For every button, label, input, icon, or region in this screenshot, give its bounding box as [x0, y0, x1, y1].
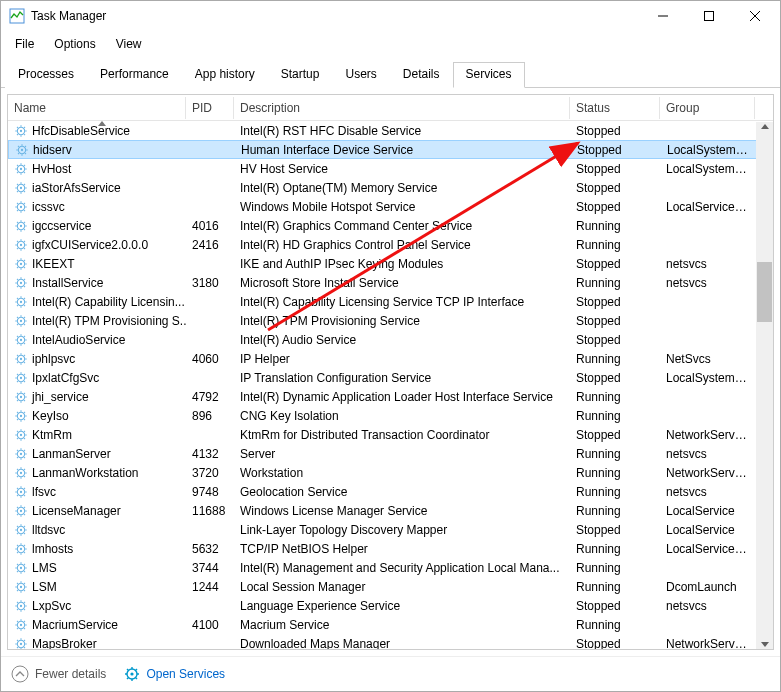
cell-description: Intel(R) Dynamic Application Loader Host… — [234, 389, 570, 405]
svg-line-144 — [24, 373, 25, 374]
service-gear-icon — [14, 352, 28, 366]
svg-line-32 — [24, 172, 25, 173]
tab-performance[interactable]: Performance — [87, 62, 182, 88]
scrollbar-thumb[interactable] — [757, 262, 772, 322]
maximize-button[interactable] — [686, 1, 732, 31]
svg-line-134 — [24, 354, 25, 355]
svg-line-33 — [17, 172, 18, 173]
service-name: LanmanWorkstation — [32, 466, 139, 480]
cell-description: Downloaded Maps Manager — [234, 636, 570, 650]
tab-app-history[interactable]: App history — [182, 62, 268, 88]
grid-body[interactable]: HfcDisableServiceIntel(R) RST HFC Disabl… — [8, 121, 773, 649]
cell-group: netsvcs — [660, 446, 755, 462]
svg-line-214 — [24, 506, 25, 507]
cell-pid — [186, 643, 234, 645]
col-header-status[interactable]: Status — [570, 97, 660, 119]
svg-line-272 — [24, 628, 25, 629]
table-row[interactable]: iphlpsvc4060IP HelperRunningNetSvcs — [8, 349, 773, 368]
scroll-down-icon[interactable] — [761, 642, 769, 647]
col-header-group[interactable]: Group — [660, 97, 755, 119]
vertical-scrollbar[interactable] — [756, 122, 773, 649]
fewer-details-link[interactable]: Fewer details — [11, 665, 106, 683]
svg-line-174 — [24, 430, 25, 431]
table-row[interactable]: icssvcWindows Mobile Hotspot ServiceStop… — [8, 197, 773, 216]
menu-file[interactable]: File — [5, 33, 44, 55]
svg-line-242 — [24, 571, 25, 572]
service-gear-icon — [14, 637, 28, 650]
table-row[interactable]: InstallService3180Microsoft Store Instal… — [8, 273, 773, 292]
service-name: LxpSvc — [32, 599, 71, 613]
service-gear-icon — [14, 200, 28, 214]
close-button[interactable] — [732, 1, 778, 31]
table-row[interactable]: igccservice4016Intel(R) Graphics Command… — [8, 216, 773, 235]
cell-name: igfxCUIService2.0.0.0 — [8, 237, 186, 253]
col-header-description[interactable]: Description — [234, 97, 570, 119]
table-row[interactable]: LicenseManager11688Windows License Manag… — [8, 501, 773, 520]
menu-options[interactable]: Options — [44, 33, 105, 55]
cell-name: LSM — [8, 579, 186, 595]
svg-line-243 — [17, 571, 18, 572]
service-name: MapsBroker — [32, 637, 97, 650]
table-row[interactable]: IKEEXTIKE and AuthIP IPsec Keying Module… — [8, 254, 773, 273]
service-gear-icon — [15, 143, 29, 157]
svg-point-236 — [20, 566, 22, 568]
table-row[interactable]: IpxlatCfgSvcIP Translation Configuration… — [8, 368, 773, 387]
table-row[interactable]: HfcDisableServiceIntel(R) RST HFC Disabl… — [8, 121, 773, 140]
col-header-name[interactable]: Name — [8, 97, 186, 119]
svg-line-132 — [24, 362, 25, 363]
table-row[interactable]: lltdsvcLink-Layer Topology Discovery Map… — [8, 520, 773, 539]
minimize-button[interactable] — [640, 1, 686, 31]
table-row[interactable]: jhi_service4792Intel(R) Dynamic Applicat… — [8, 387, 773, 406]
tab-details[interactable]: Details — [390, 62, 453, 88]
svg-line-143 — [17, 381, 18, 382]
col-header-pid[interactable]: PID — [186, 97, 234, 119]
cell-description: Intel(R) Capability Licensing Service TC… — [234, 294, 570, 310]
table-row[interactable]: LxpSvcLanguage Experience ServiceStopped… — [8, 596, 773, 615]
fewer-details-label: Fewer details — [35, 667, 106, 681]
table-row[interactable]: MapsBrokerDownloaded Maps ManagerStopped… — [8, 634, 773, 649]
service-gear-icon — [14, 428, 28, 442]
table-row[interactable]: IntelAudioServiceIntel(R) Audio ServiceS… — [8, 330, 773, 349]
open-services-link[interactable]: Open Services — [124, 666, 225, 682]
svg-line-142 — [24, 381, 25, 382]
cell-group — [660, 339, 755, 341]
menu-view[interactable]: View — [106, 33, 152, 55]
table-row[interactable]: lmhosts5632TCP/IP NetBIOS HelperRunningL… — [8, 539, 773, 558]
svg-line-251 — [17, 582, 18, 583]
table-row[interactable]: lfsvc9748Geolocation ServiceRunningnetsv… — [8, 482, 773, 501]
scroll-up-icon[interactable] — [761, 124, 769, 129]
services-grid: Name PID Description Status Group HfcDis… — [7, 94, 774, 650]
cell-description: TCP/IP NetBIOS Helper — [234, 541, 570, 557]
table-row[interactable]: Intel(R) TPM Provisioning S...Intel(R) T… — [8, 311, 773, 330]
svg-line-12 — [24, 134, 25, 135]
tab-startup[interactable]: Startup — [268, 62, 333, 88]
table-row[interactable]: hidservHuman Interface Device ServiceSto… — [8, 140, 773, 159]
cell-pid — [186, 263, 234, 265]
cell-group — [660, 130, 755, 132]
table-row[interactable]: KtmRmKtmRm for Distributed Transaction C… — [8, 425, 773, 444]
table-row[interactable]: KeyIso896CNG Key IsolationRunning — [8, 406, 773, 425]
table-row[interactable]: HvHostHV Host ServiceStoppedLocalSystemN… — [8, 159, 773, 178]
svg-line-153 — [17, 400, 18, 401]
svg-line-213 — [17, 514, 18, 515]
svg-line-262 — [24, 609, 25, 610]
service-gear-icon — [14, 295, 28, 309]
table-row[interactable]: iaStorAfsServiceIntel(R) Optane(TM) Memo… — [8, 178, 773, 197]
table-row[interactable]: LanmanServer4132ServerRunningnetsvcs — [8, 444, 773, 463]
svg-line-122 — [24, 343, 25, 344]
table-row[interactable]: LMS3744Intel(R) Management and Security … — [8, 558, 773, 577]
table-row[interactable]: MacriumService4100Macrium ServiceRunning — [8, 615, 773, 634]
service-gear-icon — [14, 542, 28, 556]
table-row[interactable]: LSM1244Local Session ManagerRunningDcomL… — [8, 577, 773, 596]
tab-processes[interactable]: Processes — [5, 62, 87, 88]
table-row[interactable]: Intel(R) Capability Licensin...Intel(R) … — [8, 292, 773, 311]
svg-line-284 — [24, 639, 25, 640]
svg-line-231 — [17, 544, 18, 545]
table-row[interactable]: LanmanWorkstation3720WorkstationRunningN… — [8, 463, 773, 482]
table-row[interactable]: igfxCUIService2.0.0.02416Intel(R) HD Gra… — [8, 235, 773, 254]
tab-services[interactable]: Services — [453, 62, 525, 88]
cell-status: Running — [570, 503, 660, 519]
cell-name: KtmRm — [8, 427, 186, 443]
cell-name: IKEEXT — [8, 256, 186, 272]
tab-users[interactable]: Users — [332, 62, 389, 88]
